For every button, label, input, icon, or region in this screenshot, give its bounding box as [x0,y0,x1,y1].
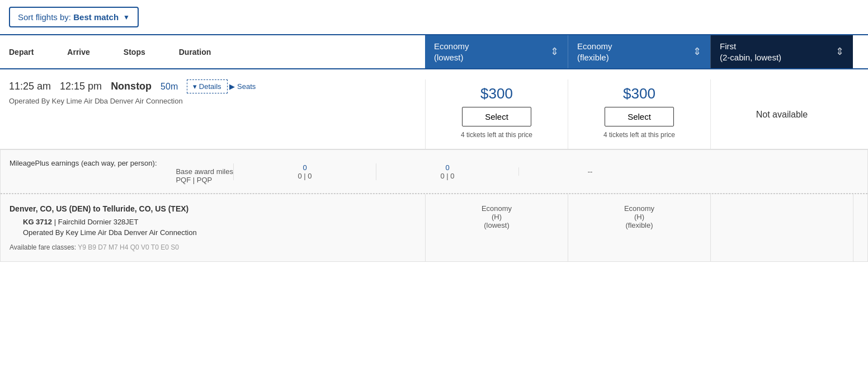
mileage-row: MileagePlus earnings (each way, per pers… [1,150,867,194]
chevron-down-icon: ▼ [123,13,130,21]
route-operator: Operated By Key Lime Air Dba Denver Air … [10,228,416,237]
separator: | [54,218,56,226]
cabin2-header-text: Economy (flexible) [577,41,612,63]
cabin1-cell: $300 Select 4 tickets left at this price [425,79,568,149]
cabin3-cell: Not available [710,79,853,149]
cabin2-header[interactable]: Economy (flexible) ⇕ [568,35,710,68]
flight-main-info: 11:25 am 12:15 pm Nonstop 50m ▾ Details … [0,79,425,149]
duration-col-header: Duration [179,48,211,57]
route-title: Denver, CO, US (DEN) to Telluride, CO, U… [10,204,416,213]
cabin1-price: $300 [480,85,513,102]
sort-value: Best match [73,12,119,22]
sort-label: Sort flights by: [18,12,71,22]
duration-value: 50m [161,82,178,92]
route-cabin-cols: Economy (H) (lowest) Economy (H) (flexib… [426,194,541,261]
cabin1-select-button[interactable]: Select [462,107,531,126]
cabin2-price: $300 [623,85,655,102]
cabin1-header-text: Economy (lowest) [434,41,469,63]
depart-time: 11:25 am [9,81,51,92]
fare-classes: Available fare classes: Y9 B9 D7 M7 H4 Q… [10,243,416,251]
flight-row: 11:25 am 12:15 pm Nonstop 50m ▾ Details … [0,69,868,149]
stops-col-header: Stops [124,48,145,57]
cabin3-header-text: First (2-cabin, lowest) [720,41,781,63]
mileage-cabin1: 0 0 | 0 [233,163,376,180]
cabin3-not-available: Not available [756,85,808,139]
cabin2-select-button[interactable]: Select [605,107,674,126]
route-cabin3-col [711,194,853,261]
cabin2-cell: $300 Select 4 tickets left at this price [568,79,710,149]
route-cabin2-col: Economy (H) (flexible) [568,194,711,261]
arrive-time: 12:15 pm [60,81,102,92]
cabin3-sort-icon[interactable]: ⇕ [836,45,844,58]
details-button[interactable]: ▾ Details [187,79,227,93]
details-section: MileagePlus earnings (each way, per pers… [0,149,868,262]
flight-info-header-cols: Depart Arrive Stops Duration [0,35,425,68]
cabin1-header[interactable]: Economy (lowest) ⇕ [425,35,568,68]
cabin3-header[interactable]: First (2-cabin, lowest) ⇕ [710,35,853,68]
sort-button[interactable]: Sort flights by: Best match ▼ [9,7,139,27]
route-detail-section: Denver, CO, US (DEN) to Telluride, CO, U… [1,194,867,261]
mileage-cabin3: -- [518,167,661,176]
route-left: Denver, CO, US (DEN) to Telluride, CO, U… [1,194,426,261]
route-cabin1-col: Economy (H) (lowest) [426,194,568,261]
mileage-label: MileagePlus earnings (each way, per pers… [10,159,233,184]
cabin2-tickets-left: 4 tickets left at this price [603,131,675,139]
arrive-col-header: Arrive [67,48,89,57]
details-seats-group: ▾ Details ▶ Seats [187,79,256,93]
stops-value: Nonstop [111,81,152,92]
mileage-cabin2: 0 0 | 0 [376,163,518,180]
cabin1-sort-icon[interactable]: ⇕ [550,45,559,58]
flight-times: 11:25 am 12:15 pm Nonstop 50m ▾ Details … [9,79,416,93]
operator-text: Operated By Key Lime Air Dba Denver Air … [9,97,416,105]
depart-col-header: Depart [9,48,34,57]
cabin2-sort-icon[interactable]: ⇕ [693,45,701,58]
cabin1-tickets-left: 4 tickets left at this price [461,131,532,139]
route-flight-info: KG 3712 | Fairchild Dornier 328JET [10,218,416,226]
seats-button[interactable]: ▶ Seats [229,82,256,91]
